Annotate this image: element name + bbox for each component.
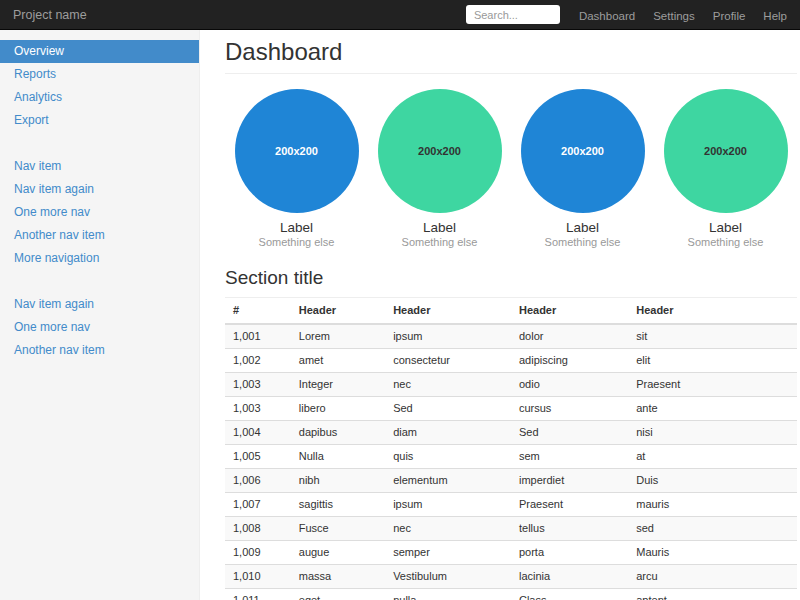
table-cell: 1,004 — [225, 421, 291, 445]
placeholder-label: Label — [368, 220, 511, 235]
sidebar-item-nav-item-again[interactable]: Nav item again — [0, 178, 199, 201]
table-cell: Integer — [291, 373, 385, 397]
table-cell: dolor — [511, 324, 628, 349]
table-cell: nibh — [291, 469, 385, 493]
table-cell: Vestibulum — [385, 565, 511, 589]
nav-link-settings[interactable]: Settings — [644, 10, 704, 22]
sidebar-list-item: One more nav — [0, 316, 199, 339]
sidebar-list-item: Nav item — [0, 155, 199, 178]
table-row: 1,009auguesemperportaMauris — [225, 541, 797, 565]
table-cell: massa — [291, 565, 385, 589]
table-row: 1,006nibhelementumimperdietDuis — [225, 469, 797, 493]
table-cell: 1,009 — [225, 541, 291, 565]
table-cell: nec — [385, 373, 511, 397]
sidebar-item-one-more-nav[interactable]: One more nav — [0, 201, 199, 224]
sidebar-item-export[interactable]: Export — [0, 109, 199, 132]
sidebar-group-1: OverviewReportsAnalyticsExport — [0, 40, 199, 132]
table-cell: sed — [628, 517, 797, 541]
sidebar: OverviewReportsAnalyticsExportNav itemNa… — [0, 30, 200, 600]
table-cell: diam — [385, 421, 511, 445]
nav-link-dashboard[interactable]: Dashboard — [570, 10, 644, 22]
sidebar-item-one-more-nav[interactable]: One more nav — [0, 316, 199, 339]
top-navbar: Project name DashboardSettingsProfileHel… — [0, 0, 800, 30]
placeholder-card: 200x200LabelSomething else — [654, 89, 797, 248]
table-cell: nec — [385, 517, 511, 541]
table-cell: arcu — [628, 565, 797, 589]
table-cell: quis — [385, 445, 511, 469]
sidebar-list-item: Overview — [0, 40, 199, 63]
sidebar-group-2: Nav itemNav item againOne more navAnothe… — [0, 155, 199, 270]
table-cell: Praesent — [628, 373, 797, 397]
table-row: 1,004dapibusdiamSednisi — [225, 421, 797, 445]
table-cell: adipiscing — [511, 349, 628, 373]
sidebar-list-item: Export — [0, 109, 199, 132]
sidebar-item-nav-item[interactable]: Nav item — [0, 155, 199, 178]
table-cell: semper — [385, 541, 511, 565]
table-header-cell: Header — [291, 298, 385, 324]
table-cell: sit — [628, 324, 797, 349]
table-cell: 1,001 — [225, 324, 291, 349]
sidebar-item-another-nav-item[interactable]: Another nav item — [0, 224, 199, 247]
sidebar-list-item: Another nav item — [0, 339, 199, 362]
table-cell: at — [628, 445, 797, 469]
table-cell: 1,003 — [225, 397, 291, 421]
placeholder-card: 200x200LabelSomething else — [225, 89, 368, 248]
table-cell: augue — [291, 541, 385, 565]
brand[interactable]: Project name — [13, 8, 87, 22]
table-cell: aptent — [628, 589, 797, 600]
table-cell: mauris — [628, 493, 797, 517]
sidebar-item-analytics[interactable]: Analytics — [0, 86, 199, 109]
table-cell: Duis — [628, 469, 797, 493]
table-cell: porta — [511, 541, 628, 565]
nav-link-help[interactable]: Help — [754, 10, 787, 22]
table-row: 1,003liberoSedcursusante — [225, 397, 797, 421]
placeholder-label: Label — [654, 220, 797, 235]
table-cell: amet — [291, 349, 385, 373]
sidebar-item-nav-item-again[interactable]: Nav item again — [0, 293, 199, 316]
table-cell: consectetur — [385, 349, 511, 373]
sidebar-item-more-navigation[interactable]: More navigation — [0, 247, 199, 270]
placeholder-sublabel: Something else — [368, 236, 511, 248]
sidebar-item-overview[interactable]: Overview — [0, 40, 199, 63]
sidebar-list-item: One more nav — [0, 201, 199, 224]
table-cell: 1,003 — [225, 373, 291, 397]
table-row: 1,002ametconsecteturadipiscingelit — [225, 349, 797, 373]
table-row: 1,003IntegernecodioPraesent — [225, 373, 797, 397]
table-cell: Lorem — [291, 324, 385, 349]
placeholder-label: Label — [511, 220, 654, 235]
table-cell: 1,006 — [225, 469, 291, 493]
section-title: Section title — [225, 267, 797, 298]
table-cell: Praesent — [511, 493, 628, 517]
table-row: 1,007sagittisipsumPraesentmauris — [225, 493, 797, 517]
table-cell: ipsum — [385, 324, 511, 349]
sidebar-list-item: Nav item again — [0, 178, 199, 201]
table-cell: cursus — [511, 397, 628, 421]
table-cell: Nulla — [291, 445, 385, 469]
sidebar-list-item: Another nav item — [0, 224, 199, 247]
nav-link-profile[interactable]: Profile — [704, 10, 755, 22]
table-cell: odio — [511, 373, 628, 397]
table-cell: nisi — [628, 421, 797, 445]
table-header-cell: Header — [385, 298, 511, 324]
table-cell: Fusce — [291, 517, 385, 541]
placeholder-circle-image: 200x200 — [521, 89, 645, 213]
sidebar-item-reports[interactable]: Reports — [0, 63, 199, 86]
table-cell: tellus — [511, 517, 628, 541]
table-row: 1,010massaVestibulumlaciniaarcu — [225, 565, 797, 589]
table-cell: 1,002 — [225, 349, 291, 373]
sidebar-item-another-nav-item[interactable]: Another nav item — [0, 339, 199, 362]
table-header-cell: # — [225, 298, 291, 324]
table-cell: elit — [628, 349, 797, 373]
table-cell: Sed — [385, 397, 511, 421]
table-cell: 1,010 — [225, 565, 291, 589]
search-input[interactable] — [466, 5, 560, 24]
table-cell: nulla — [385, 589, 511, 600]
table-row: 1,011egetnullaClassaptent — [225, 589, 797, 600]
placeholder-card: 200x200LabelSomething else — [368, 89, 511, 248]
placeholder-card: 200x200LabelSomething else — [511, 89, 654, 248]
table-cell: sem — [511, 445, 628, 469]
table-cell: ipsum — [385, 493, 511, 517]
table-header-cell: Header — [628, 298, 797, 324]
table-cell: Mauris — [628, 541, 797, 565]
placeholder-sublabel: Something else — [511, 236, 654, 248]
